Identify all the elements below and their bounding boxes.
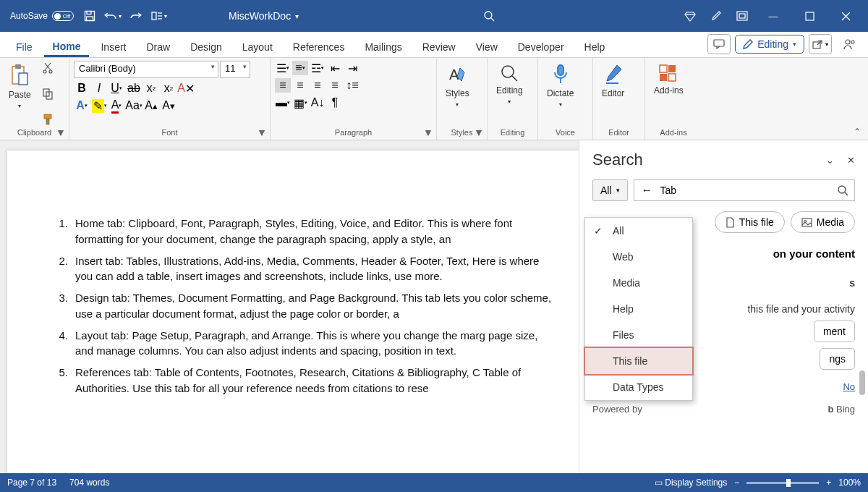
window-icon[interactable] <box>733 7 751 25</box>
text-effects-icon[interactable]: A▾ <box>74 98 90 113</box>
minimize-button[interactable]: ― <box>757 0 790 32</box>
borders-icon[interactable]: ▦▾ <box>292 96 308 110</box>
dropdown-item-thisfile[interactable]: This file <box>585 348 692 374</box>
back-icon[interactable]: ← <box>640 184 658 197</box>
pill-media[interactable]: Media <box>791 211 855 233</box>
styles-button[interactable]: AStyles▾ <box>441 61 474 127</box>
share-button[interactable]: ▾ <box>809 34 832 54</box>
document-area[interactable]: 1.Home tab: Clipboard, Font, Paragraph, … <box>0 140 579 473</box>
font-size-combo[interactable]: 11 <box>220 61 250 78</box>
doc-title[interactable]: MiscWorkDoc▾ <box>229 10 299 22</box>
grow-font-icon[interactable]: A▴ <box>143 98 159 113</box>
dictate-button[interactable]: Dictate▾ <box>542 61 578 127</box>
zoom-slider[interactable] <box>746 482 819 484</box>
format-painter-icon[interactable] <box>40 112 56 127</box>
autosave[interactable]: AutoSave Off <box>6 11 78 21</box>
collapse-ribbon-icon[interactable]: ⌃ <box>854 127 861 137</box>
show-marks-icon[interactable]: ¶ <box>327 96 343 110</box>
addins-button[interactable]: Add-ins <box>650 61 688 127</box>
shading-icon[interactable]: ▬▾ <box>275 96 291 110</box>
diamond-icon[interactable] <box>681 7 699 25</box>
editing-mode-button[interactable]: Editing▾ <box>735 35 804 54</box>
tab-draw[interactable]: Draw <box>137 35 179 57</box>
underline-button[interactable]: U▾ <box>109 81 124 96</box>
align-center-icon[interactable]: ≡ <box>292 78 308 93</box>
qat-icon[interactable]: ▾ <box>150 7 168 25</box>
tab-home[interactable]: Home <box>44 35 90 57</box>
tab-file[interactable]: File <box>7 35 41 57</box>
dropdown-item-web[interactable]: Web <box>585 244 692 270</box>
tab-review[interactable]: Review <box>414 35 464 57</box>
italic-button[interactable]: I <box>91 81 107 96</box>
autosave-toggle[interactable]: Off <box>52 11 74 21</box>
superscript-button[interactable]: x2 <box>161 81 176 96</box>
suggestion-chip[interactable]: ment <box>814 321 855 342</box>
dropdown-item-media[interactable]: Media <box>585 270 692 296</box>
strike-button[interactable]: ab <box>126 81 142 96</box>
copy-icon[interactable] <box>40 87 56 101</box>
dropdown-item-datatypes[interactable]: Data Types <box>585 374 692 400</box>
line-spacing-icon[interactable]: ↕≡ <box>344 78 360 93</box>
numbering-icon[interactable]: ≡▾ <box>292 61 308 75</box>
status-page[interactable]: Page 7 of 13 <box>7 478 56 488</box>
pane-chevron-icon[interactable]: ⌄ <box>826 155 834 166</box>
zoom-out-icon[interactable]: − <box>734 478 739 488</box>
brush-icon[interactable] <box>707 7 725 25</box>
bullets-icon[interactable]: ☰▾ <box>275 61 291 75</box>
sort-icon[interactable]: A↓ <box>310 96 326 110</box>
tab-insert[interactable]: Insert <box>92 35 135 57</box>
search-box[interactable]: ← <box>634 179 855 201</box>
account-icon[interactable] <box>841 35 858 53</box>
bold-button[interactable]: B <box>74 81 90 96</box>
decrease-indent-icon[interactable]: ⇤ <box>327 61 343 75</box>
cut-icon[interactable] <box>40 61 56 75</box>
tab-references[interactable]: References <box>284 35 354 57</box>
paragraph-launcher-icon[interactable]: ⯆ <box>425 129 432 137</box>
maximize-button[interactable] <box>793 0 826 32</box>
undo-icon[interactable]: ▾ <box>104 7 122 25</box>
pill-this-file[interactable]: This file <box>715 211 785 233</box>
status-words[interactable]: 704 words <box>69 478 109 488</box>
comments-button[interactable] <box>707 34 731 54</box>
shrink-font-icon[interactable]: A▾ <box>161 98 176 113</box>
styles-launcher-icon[interactable]: ⯆ <box>475 129 482 137</box>
display-settings[interactable]: ▭ Display Settings <box>655 478 727 488</box>
clipboard-launcher-icon[interactable]: ⯆ <box>57 129 64 137</box>
tab-view[interactable]: View <box>467 35 506 57</box>
search-icon[interactable] <box>838 185 848 196</box>
pane-scrollbar[interactable] <box>859 370 865 395</box>
suggestion-chip[interactable]: ngs <box>820 348 855 370</box>
font-launcher-icon[interactable]: ⯆ <box>258 129 265 137</box>
justify-icon[interactable]: ≡ <box>327 78 343 93</box>
redo-icon[interactable] <box>127 7 145 25</box>
tab-help[interactable]: Help <box>576 35 614 57</box>
search-input[interactable] <box>658 180 838 200</box>
tab-developer[interactable]: Developer <box>509 35 573 57</box>
clear-format-icon[interactable]: A✕ <box>178 81 194 96</box>
highlight-icon[interactable]: ✎▾ <box>91 98 107 113</box>
change-case-icon[interactable]: Aa▾ <box>126 98 142 113</box>
pane-close-icon[interactable]: ✕ <box>847 155 855 166</box>
multilevel-icon[interactable]: ☲▾ <box>310 61 326 75</box>
tab-layout[interactable]: Layout <box>234 35 281 57</box>
close-button[interactable] <box>829 0 862 32</box>
tab-mailings[interactable]: Mailings <box>356 35 410 57</box>
increase-indent-icon[interactable]: ⇥ <box>344 61 360 75</box>
tab-design[interactable]: Design <box>182 35 231 57</box>
editing-button[interactable]: Editing▾ <box>492 61 527 127</box>
search-filter-button[interactable]: All▾ <box>592 179 628 201</box>
save-icon[interactable] <box>81 7 98 25</box>
font-color-icon[interactable]: A▾ <box>109 98 124 113</box>
font-name-combo[interactable]: Calibri (Body) <box>74 61 218 78</box>
editor-button[interactable]: Editor <box>597 61 629 127</box>
paste-button[interactable]: Paste▾ <box>4 61 35 127</box>
zoom-value[interactable]: 100% <box>838 478 861 488</box>
dropdown-item-help[interactable]: Help <box>585 296 692 322</box>
align-right-icon[interactable]: ≡ <box>310 78 326 93</box>
align-left-icon[interactable]: ≡ <box>275 78 291 93</box>
titlebar-search-icon[interactable] <box>480 7 498 25</box>
zoom-in-icon[interactable]: + <box>826 478 831 488</box>
dropdown-item-all[interactable]: All <box>585 218 692 244</box>
dropdown-item-files[interactable]: Files <box>585 322 692 348</box>
subscript-button[interactable]: x2 <box>143 81 159 96</box>
